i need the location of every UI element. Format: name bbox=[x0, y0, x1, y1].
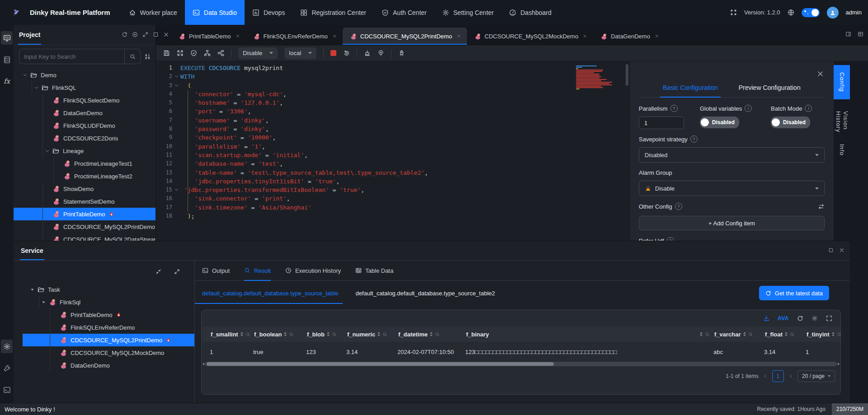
sort-icon[interactable] bbox=[377, 332, 380, 336]
subtab-type-source-table2[interactable]: default_catalog.default_database.type_so… bbox=[355, 290, 495, 297]
add-circle-icon[interactable] bbox=[132, 32, 138, 37]
clear-brush-icon[interactable] bbox=[364, 50, 371, 56]
close-icon[interactable] bbox=[583, 34, 587, 38]
caret-down-icon[interactable] bbox=[28, 287, 36, 292]
close-icon[interactable] bbox=[655, 34, 659, 38]
subtab-type-source-table[interactable]: default_catalog.default_database.type_so… bbox=[202, 290, 338, 297]
swap-icon[interactable] bbox=[818, 203, 825, 210]
sort-icon[interactable] bbox=[700, 332, 703, 336]
tools-wrench-icon[interactable] bbox=[1, 361, 13, 375]
result-tab-output[interactable]: Output bbox=[202, 261, 230, 280]
stop-button[interactable] bbox=[330, 50, 336, 56]
column-search-icon[interactable] bbox=[382, 332, 387, 337]
nav-item-auth-center[interactable]: Auth Center bbox=[374, 0, 434, 25]
code-editor[interactable]: 1EXECUTE CDCSOURCE mysql2print2WITH3 (4 … bbox=[156, 61, 629, 241]
global-variables-switch[interactable]: Disabled bbox=[700, 117, 739, 128]
column-f_smallint[interactable]: f_smallint bbox=[203, 331, 254, 338]
parallelism-input[interactable]: 1 bbox=[639, 117, 684, 129]
column-search-icon[interactable] bbox=[790, 332, 795, 337]
column-search-icon[interactable] bbox=[289, 332, 294, 337]
result-tab-table-data[interactable]: Table Data bbox=[355, 261, 393, 280]
nav-item-dashboard[interactable]: Dashboard bbox=[501, 0, 559, 25]
datastudio-sql-icon[interactable]: SQL bbox=[1, 31, 13, 45]
download-icon[interactable] bbox=[763, 315, 769, 322]
scrollbar-thumb[interactable] bbox=[207, 362, 554, 366]
column-f_datetime[interactable]: f_datetime bbox=[398, 331, 466, 338]
settings-gear-icon[interactable] bbox=[1, 340, 13, 353]
sort-icon[interactable] bbox=[241, 332, 243, 336]
layout-grid-icon[interactable] bbox=[858, 31, 863, 37]
close-icon[interactable] bbox=[457, 34, 461, 38]
vtab-config[interactable]: Config bbox=[834, 65, 850, 99]
alarm-group-select[interactable]: Disable bbox=[639, 181, 825, 196]
tree-item-CDCSOURCE_MySQL2DataStreamPrintD[interactable]: CDCSOURCE_MySQL2DataStreamPrintD bbox=[14, 233, 156, 241]
result-tab-execution-history[interactable]: Execution History bbox=[285, 261, 341, 280]
editor-scrollbar[interactable] bbox=[626, 64, 628, 86]
tab-basic-configuration[interactable]: Basic Configuration bbox=[663, 84, 717, 91]
close-icon[interactable] bbox=[332, 34, 337, 38]
language-globe-icon[interactable] bbox=[788, 9, 794, 16]
column-search-icon[interactable] bbox=[705, 332, 710, 337]
restart-icon[interactable] bbox=[343, 50, 350, 56]
savepoint-strategy-select[interactable]: Disabled bbox=[639, 147, 825, 163]
column-f_binary[interactable]: f_binary bbox=[466, 331, 714, 338]
format-fullscreen-icon[interactable] bbox=[177, 50, 184, 56]
nav-item-setting-center[interactable]: Setting Center bbox=[434, 0, 502, 25]
column-search-icon[interactable] bbox=[748, 332, 753, 337]
minimize-square-icon[interactable] bbox=[828, 247, 834, 253]
fullscreen-icon[interactable] bbox=[826, 315, 832, 322]
tree-item-CDCSOURCE_MySQL2PrintDemo[interactable]: CDCSOURCE_MySQL2PrintDemo bbox=[23, 334, 194, 346]
search-input[interactable] bbox=[19, 53, 124, 60]
batch-mode-switch[interactable]: Disabled bbox=[771, 117, 810, 128]
file-tab-CDCSOURCE_MySQL2PrintDemo[interactable]: CDCSOURCE_MySQL2PrintDemo bbox=[343, 28, 467, 45]
sort-icon[interactable] bbox=[430, 332, 433, 336]
tree-item-DataGenDemo[interactable]: DataGenDemo bbox=[14, 107, 156, 119]
result-tab-result[interactable]: Result bbox=[244, 261, 271, 280]
column-search-icon[interactable] bbox=[435, 332, 440, 337]
tree-item-FlinkSQL[interactable]: FlinkSQL bbox=[14, 81, 156, 94]
expand-diagonal-icon[interactable] bbox=[142, 32, 148, 37]
username-label[interactable]: admin bbox=[846, 9, 862, 16]
prev-page-icon[interactable] bbox=[763, 374, 768, 378]
tree-item-FlinkSQLUDFDemo[interactable]: FlinkSQLUDFDemo bbox=[14, 119, 156, 132]
column-f_blob[interactable]: f_blob bbox=[307, 331, 347, 338]
minimap[interactable] bbox=[576, 65, 613, 90]
sort-icon[interactable] bbox=[327, 332, 330, 336]
close-icon[interactable] bbox=[236, 34, 240, 38]
window-restore-icon[interactable] bbox=[153, 32, 159, 37]
tree-item-StatementSetDemo[interactable]: StatementSetDemo bbox=[14, 195, 156, 208]
file-tab-CDCSOURCE_MySQL2MockDemo[interactable]: CDCSOURCE_MySQL2MockDemo bbox=[467, 28, 593, 45]
get-latest-data-button[interactable]: Get the latest data bbox=[759, 286, 829, 300]
location-pin-icon[interactable] bbox=[377, 50, 384, 56]
job-type-select[interactable]: Disable bbox=[238, 47, 278, 59]
page-size-select[interactable]: 20 / page bbox=[797, 370, 835, 382]
vtab-info[interactable]: Info bbox=[838, 144, 845, 156]
env-select[interactable]: local bbox=[284, 47, 316, 59]
gear-icon[interactable] bbox=[811, 315, 818, 322]
theme-toggle[interactable] bbox=[802, 8, 820, 17]
function-fx-icon[interactable]: fx bbox=[1, 75, 13, 88]
column-f_boolean[interactable]: f_boolean bbox=[254, 331, 307, 338]
console-window-icon[interactable] bbox=[1, 383, 13, 396]
vtab-vision-history[interactable]: Vision History bbox=[835, 111, 849, 132]
nav-item-devops[interactable]: Devops bbox=[245, 0, 292, 25]
expand-diagonal-icon[interactable] bbox=[174, 269, 180, 275]
tree-item-CDCSOURCE_MySQL2MockDemo[interactable]: CDCSOURCE_MySQL2MockDemo bbox=[23, 346, 194, 359]
nav-item-registration-center[interactable]: Registration Center bbox=[292, 0, 374, 25]
close-icon[interactable] bbox=[163, 32, 169, 37]
file-tab-FlinkSQLEnvReferDemo[interactable]: FlinkSQLEnvReferDemo bbox=[246, 28, 343, 45]
chevron-down-icon[interactable] bbox=[32, 85, 40, 90]
sort-az-icon[interactable] bbox=[144, 53, 151, 60]
tree-item-CDCSOURCE2Doris[interactable]: CDCSOURCE2Doris bbox=[14, 132, 156, 145]
tree-item-FlinkSQLSelectDemo[interactable]: FlinkSQLSelectDemo bbox=[14, 94, 156, 107]
collapse-diagonal-icon[interactable] bbox=[156, 269, 161, 275]
database-list-icon[interactable] bbox=[1, 53, 13, 66]
tree-item-Demo[interactable]: Demo bbox=[14, 69, 156, 81]
save-icon[interactable] bbox=[163, 50, 170, 56]
horizontal-scrollbar[interactable] bbox=[205, 362, 837, 366]
column-f_tinyint[interactable]: f_tinyint bbox=[807, 331, 841, 338]
search-icon[interactable] bbox=[124, 49, 140, 64]
sort-icon[interactable] bbox=[832, 332, 835, 336]
column-f_varchar[interactable]: f_varchar bbox=[714, 331, 765, 338]
tab-preview-configuration[interactable]: Preview Configuration bbox=[739, 84, 801, 91]
